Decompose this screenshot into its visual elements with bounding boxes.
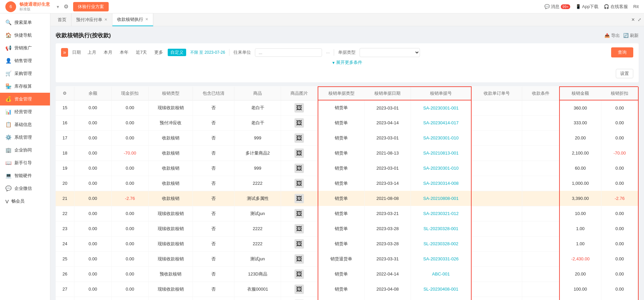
voucher-type-select[interactable] bbox=[360, 48, 420, 57]
tab-首页[interactable]: 首页 bbox=[53, 13, 71, 26]
voucher-no-link[interactable]: SA-20230301-010 bbox=[423, 135, 459, 140]
goods-image-icon: 🖼 bbox=[294, 118, 304, 128]
goods-image-icon: 🖼 bbox=[294, 224, 304, 233]
sidebar-item-wechat[interactable]: 💬企业微信 bbox=[0, 182, 50, 195]
td-receipt_order_no bbox=[471, 130, 522, 145]
filter-toggle-btn[interactable]: » bbox=[61, 48, 68, 57]
td-goods: 2222 bbox=[234, 236, 281, 251]
online-service-btn[interactable]: 🎧 在线客服 bbox=[604, 4, 628, 10]
td-cash_discount: -2.76 bbox=[111, 191, 149, 206]
td-voucher_type: 销货退货单 bbox=[318, 251, 364, 266]
sidebar-item-member[interactable]: V畅会员 bbox=[0, 195, 50, 208]
voucher-no-link[interactable]: SL-20230328-001 bbox=[423, 226, 458, 231]
td-receipt_order_no bbox=[471, 266, 522, 282]
table-row: 220.000.00现续收款核销否测试jun🖼销货单2023-03-21SA-2… bbox=[56, 206, 638, 221]
date-shortcut-7days[interactable]: 近7天 bbox=[133, 49, 150, 56]
td-writeoff_type: 现续收款核销 bbox=[149, 236, 193, 251]
voucher-no-link[interactable]: SL-20230328-002 bbox=[423, 241, 458, 246]
refresh-icon: 🔄 bbox=[623, 33, 629, 38]
sidebar-item-sys-mgmt[interactable]: ⚙️系统管理 bbox=[0, 131, 50, 144]
query-btn[interactable]: 查询 bbox=[611, 47, 633, 57]
date-shortcut-this-month[interactable]: 本月 bbox=[101, 49, 115, 56]
td-voucher_type: 销货单 bbox=[318, 221, 364, 236]
td-writeoff_type: 收款核销 bbox=[149, 176, 193, 191]
sidebar-item-smart-hw[interactable]: 💻智能硬件 bbox=[0, 169, 50, 182]
td-include_settled: 否 bbox=[193, 297, 234, 300]
tab-label: 首页 bbox=[58, 17, 66, 23]
sidebar-item-marketing[interactable]: 📢营销推广 bbox=[0, 42, 50, 54]
td-goods_image: 🖼 bbox=[281, 206, 318, 221]
table-row: 280.000.00现续收款核销否2222🖼销货单2023-04-18SL-20… bbox=[56, 297, 638, 300]
sidebar-item-search-menu[interactable]: 🔍搜索菜单 bbox=[0, 16, 50, 29]
tab-close-all-btn[interactable]: ✕ bbox=[631, 17, 635, 22]
tab-close-icon[interactable]: ✕ bbox=[104, 17, 107, 22]
td-include_settled: 否 bbox=[193, 206, 234, 221]
voucher-no-link[interactable]: SA-20230331-026 bbox=[423, 256, 459, 261]
tab-close-icon[interactable]: ✕ bbox=[145, 17, 148, 22]
voucher-no-link[interactable]: SA-20230321-012 bbox=[423, 211, 459, 216]
expand-more-btn[interactable]: ▾ 展开更多条件 bbox=[332, 59, 362, 66]
td-goods_image: 🖼 bbox=[281, 145, 318, 161]
voucher-no-link[interactable]: SA-20230314-008 bbox=[423, 181, 459, 186]
td-balance: 0.00 bbox=[74, 176, 111, 191]
date-shortcut-more[interactable]: 更多 bbox=[152, 49, 166, 56]
date-shortcut-last-month[interactable]: 上月 bbox=[85, 49, 99, 56]
expand-icon[interactable]: ▾ bbox=[57, 4, 59, 9]
td-balance: 0.00 bbox=[74, 251, 111, 266]
sidebar-item-inventory[interactable]: 🏪库存核算 bbox=[0, 80, 50, 93]
tab-expand-btn[interactable]: ⤢ bbox=[638, 17, 641, 22]
td-writeoff_amount: 1.00 bbox=[559, 236, 601, 251]
sidebar-item-sales[interactable]: 👤销售管理 bbox=[0, 54, 50, 67]
export-btn[interactable]: 📤 导出 bbox=[604, 33, 620, 39]
goods-image-icon: 🖼 bbox=[294, 254, 304, 264]
sidebar-icon-member: V bbox=[5, 199, 9, 204]
sidebar-item-operations[interactable]: 📊经营管理 bbox=[0, 105, 50, 118]
date-shortcut-this-year[interactable]: 本年 bbox=[117, 49, 131, 56]
voucher-no-link[interactable]: SA-20210813-001 bbox=[423, 151, 459, 156]
voucher-no-link[interactable]: ABC-001 bbox=[432, 271, 450, 276]
counterpart-input[interactable] bbox=[255, 48, 322, 57]
settings-gear-btn[interactable]: ⚙ bbox=[62, 2, 70, 11]
date-range-text: 不限 至 2023-07-26 bbox=[190, 50, 225, 55]
voucher-no-link[interactable]: SA-20230414-017 bbox=[423, 120, 459, 125]
message-btn[interactable]: 💬 消息 99+ bbox=[544, 4, 571, 10]
sidebar-item-finance[interactable]: 💰资金管理 bbox=[0, 93, 50, 105]
td-voucher_date: 2023-03-28 bbox=[364, 221, 411, 236]
voucher-no-link[interactable]: SA-20210808-001 bbox=[423, 196, 459, 201]
td-settings: 19 bbox=[56, 161, 74, 176]
voucher-no-link[interactable]: SL-20230408-001 bbox=[423, 287, 458, 292]
top-bar-left: 6 畅捷通谱好生意 标准版 ▾ ⚙ 休验行业方案 bbox=[5, 1, 540, 12]
td-cash_discount: 0.00 bbox=[111, 297, 149, 300]
td-voucher_date: 2023-03-01 bbox=[364, 100, 411, 115]
th-writeoff_type: 核销类型 bbox=[149, 87, 193, 100]
sidebar-item-beginner[interactable]: 📖新手引导 bbox=[0, 157, 50, 169]
voucher-no-link[interactable]: SA-20230301-010 bbox=[423, 166, 459, 171]
sidebar-icon-marketing: 📢 bbox=[5, 45, 12, 51]
th-writeoff_discount: 核销折扣 bbox=[601, 87, 638, 100]
th-settings: ⚙ bbox=[56, 87, 74, 100]
sidebar-item-purchase[interactable]: 🛒采购管理 bbox=[0, 67, 50, 80]
sidebar-item-enterprise[interactable]: 🏢企业协同 bbox=[0, 144, 50, 157]
td-voucher_no: SA-20230414-017 bbox=[411, 115, 471, 130]
td-writeoff_type: 现续收款核销 bbox=[149, 297, 193, 300]
th-goods: 商品 bbox=[234, 87, 281, 100]
app-download-btn[interactable]: 📱 App下载 bbox=[576, 4, 598, 10]
td-settings: 17 bbox=[56, 130, 74, 145]
cash_discount-val: -2.76 bbox=[125, 196, 135, 201]
industry-btn[interactable]: 休验行业方案 bbox=[73, 2, 109, 11]
custom-date-btn[interactable]: 自定义 bbox=[168, 49, 186, 56]
data-table: ⚙余额现金折扣核销类型包含已结清商品商品图片核销单据类型核销单据日期核销单据号收… bbox=[56, 86, 639, 300]
th-voucher_date: 核销单据日期 bbox=[364, 87, 411, 100]
table-settings-btn[interactable]: 设置 bbox=[616, 69, 633, 78]
tab-收款核销执行[interactable]: 收款核销执行✕ bbox=[112, 13, 153, 26]
refresh-btn[interactable]: 🔄 刷新 bbox=[623, 33, 639, 39]
voucher-no-link[interactable]: SA-20230301-001 bbox=[423, 105, 459, 111]
td-cash_discount: 0.00 bbox=[111, 251, 149, 266]
td-writeoff_type: 预收款核销 bbox=[149, 266, 193, 282]
sidebar-item-quick-nav[interactable]: 🏠快捷导航 bbox=[0, 29, 50, 42]
sidebar-item-basic-info[interactable]: 📋基础信息 bbox=[0, 118, 50, 131]
td-voucher_no: SA-20230301-010 bbox=[411, 130, 471, 145]
tab-预付冲应付单[interactable]: 预付冲应付单✕ bbox=[71, 13, 112, 26]
td-writeoff_discount: 0.00 bbox=[601, 282, 638, 297]
row-num: 17 bbox=[62, 135, 67, 140]
